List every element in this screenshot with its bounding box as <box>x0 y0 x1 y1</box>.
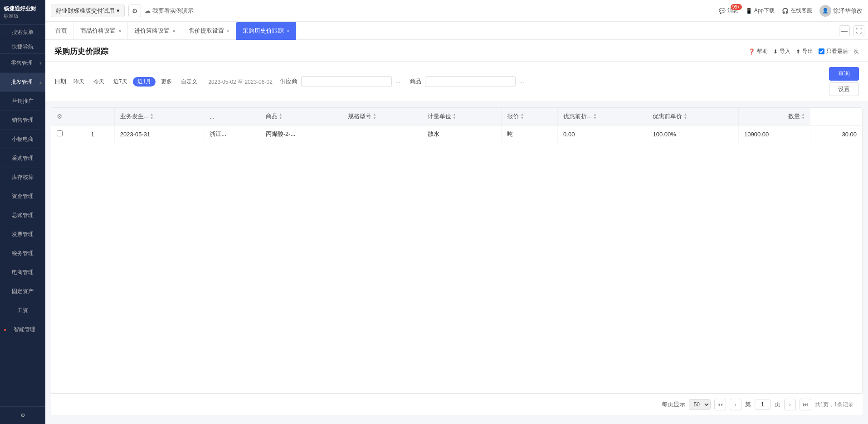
last-page-button[interactable]: ⏭ <box>800 399 811 410</box>
dot-icon: ● <box>4 327 6 332</box>
sidebar-item-ecommerce-small[interactable]: 小畅电商 <box>0 130 45 149</box>
th-quantity[interactable]: 数量 ▲▼ <box>739 108 810 125</box>
th-spec[interactable]: 规格型号 ▲▼ <box>342 108 422 125</box>
goods-more-button[interactable]: ··· <box>517 77 526 86</box>
filter-actions: 查询 设置 <box>829 67 859 96</box>
goods-input[interactable] <box>425 76 516 87</box>
date-btn-yesterday[interactable]: 昨天 <box>70 77 88 87</box>
supplier-more-button[interactable]: ··· <box>394 77 402 86</box>
th-discount-label: 优惠前折... <box>563 112 592 120</box>
online-service-label: 在线客服 <box>790 7 812 14</box>
th-date[interactable]: 业务发生... ▲▼ <box>114 108 204 125</box>
sidebar-item-finance[interactable]: 资金管理 <box>0 187 45 206</box>
th-quantity-label: 数量 <box>788 112 800 120</box>
close-icon[interactable]: × <box>118 28 121 34</box>
date-btn-7days[interactable]: 近7天 <box>110 77 131 87</box>
page-header: 采购历史价跟踪 ❓ 帮助 ⬇ 导入 ⬆ 导出 只看最后一次 <box>45 40 868 62</box>
th-unit[interactable]: 计量单位 ▲▼ <box>422 108 502 125</box>
tab-minimize-button[interactable]: — <box>839 25 850 36</box>
close-icon[interactable]: × <box>172 28 175 34</box>
mobile-icon: 📱 <box>746 8 752 14</box>
user-info[interactable]: 👤 徐泽华修改 <box>819 5 863 17</box>
supplier-input[interactable] <box>301 76 392 87</box>
goods-filter-group: 商品 ··· <box>410 76 526 87</box>
row-checkbox[interactable] <box>57 130 63 136</box>
prev-page-button[interactable]: ‹ <box>730 399 741 410</box>
close-icon[interactable]: × <box>227 28 229 34</box>
tab-home[interactable]: 首页 <box>49 22 74 40</box>
sidebar-item-tax[interactable]: 税务管理 <box>0 244 45 263</box>
demo-link[interactable]: ☁ 我要看实例演示 <box>145 7 194 15</box>
page-unit-label: 页 <box>775 400 780 409</box>
version-selector[interactable]: 好业财标准版交付试用 ▾ <box>51 5 125 17</box>
sidebar-quick-nav[interactable]: 快捷导航 <box>0 40 45 54</box>
sidebar-item-sales[interactable]: 销售管理 <box>0 111 45 130</box>
app-download-button[interactable]: 📱 App下载 <box>746 7 775 14</box>
cell-unit: 散水 <box>422 125 502 143</box>
tab-maximize-button[interactable]: ⛶ <box>853 25 864 36</box>
tab-price-label: 商品价格设置 <box>80 27 116 35</box>
online-service-button[interactable]: 🎧 在线客服 <box>782 7 812 14</box>
close-icon[interactable]: × <box>287 28 289 34</box>
th-pre-discount-price[interactable]: 优惠前单价 ▲▼ <box>647 108 739 125</box>
sidebar-item-marketing[interactable]: 营销推广 <box>0 92 45 111</box>
sidebar-search[interactable]: 搜索菜单 <box>0 25 45 40</box>
export-button[interactable]: ⬆ 导出 <box>796 48 813 55</box>
sidebar-logo: 畅捷通好业财 标准版 <box>0 0 45 25</box>
tab-price[interactable]: 商品价格设置 × <box>74 22 128 40</box>
import-button[interactable]: ⬇ 导入 <box>773 48 790 55</box>
th-gear[interactable]: ⚙ <box>51 108 85 125</box>
current-page-input[interactable] <box>755 400 771 410</box>
tab-purchase-history[interactable]: 采购历史价跟踪 × <box>236 22 296 40</box>
sidebar-item-inventory[interactable]: 库存核算 <box>0 168 45 187</box>
person-icon: 👤 <box>822 8 829 14</box>
help-button[interactable]: ❓ 帮助 <box>748 48 768 55</box>
message-button[interactable]: 💬 消息 99+ <box>719 7 738 14</box>
version-text: 好业财标准版交付试用 <box>56 7 115 15</box>
th-goods[interactable]: 商品 ▲▼ <box>260 108 342 125</box>
date-btn-1month[interactable]: 近1月 <box>133 77 156 87</box>
th-more1-label: ... <box>210 113 215 120</box>
sidebar-item-smart[interactable]: ● 智能管理 <box>0 320 45 339</box>
sidebar-item-hr[interactable]: 工资 <box>0 301 45 320</box>
date-btn-today[interactable]: 今天 <box>90 77 108 87</box>
th-more1[interactable]: ... <box>204 108 260 125</box>
topbar-settings-button[interactable]: ⚙ <box>128 5 141 17</box>
gear-icon: ⚙ <box>57 113 63 120</box>
sidebar-item-purchase[interactable]: 采购管理 <box>0 149 45 168</box>
th-goods-label: 商品 <box>266 112 278 120</box>
demo-text: 我要看实例演示 <box>152 7 194 15</box>
first-page-button[interactable]: ⏮ <box>714 399 726 410</box>
date-buttons: 昨天 今天 近7天 近1月 更多 自定义 <box>70 77 201 87</box>
sidebar-item-invoice[interactable]: 发票管理 <box>0 225 45 244</box>
total-info: 共1页，1条记录 <box>815 401 853 409</box>
tab-sale-price[interactable]: 售价提取设置 × <box>182 22 236 40</box>
user-name: 徐泽华修改 <box>833 7 863 15</box>
cell-checkbox[interactable] <box>51 125 85 143</box>
date-btn-custom[interactable]: 自定义 <box>177 77 201 87</box>
data-table: ⚙ 业务发生... ▲▼ ... <box>51 108 862 143</box>
sort-arrows-icon: ▲▼ <box>453 113 456 120</box>
sort-arrows-icon: ▲▼ <box>279 113 283 120</box>
filter-settings-button[interactable]: 设置 <box>829 82 859 96</box>
sidebar-item-ecommerce[interactable]: 电商管理 <box>0 263 45 282</box>
filter-bar: 日期 昨天 今天 近7天 近1月 更多 自定义 2023-05-02 至 202… <box>45 62 868 102</box>
sidebar-item-retail[interactable]: 零售管理 ▾ <box>0 54 45 73</box>
date-btn-more[interactable]: 更多 <box>157 77 176 87</box>
th-price[interactable]: 报价 ▲▼ <box>502 108 558 125</box>
sidebar-item-ledger[interactable]: 总账管理 <box>0 206 45 225</box>
per-page-select[interactable]: 50 <box>689 399 711 410</box>
sidebar-settings[interactable]: ⚙ <box>0 406 45 424</box>
next-page-button[interactable]: › <box>784 399 796 410</box>
tab-purchase-strategy[interactable]: 进价策略设置 × <box>128 22 182 40</box>
sidebar-item-wholesale[interactable]: 批发管理 ▴ <box>0 73 45 92</box>
gear-icon: ⚙ <box>20 412 25 419</box>
last-only-checkbox[interactable] <box>819 48 824 54</box>
topbar-right: 💬 消息 99+ 📱 App下载 🎧 在线客服 👤 徐泽华修改 <box>719 5 863 17</box>
page-actions: ❓ 帮助 ⬇ 导入 ⬆ 导出 只看最后一次 <box>748 48 859 55</box>
query-button[interactable]: 查询 <box>829 67 859 81</box>
supplier-filter-group: 供应商 ··· <box>280 76 402 87</box>
sidebar-item-assets[interactable]: 固定资产 <box>0 282 45 301</box>
data-table-wrap: ⚙ 业务发生... ▲▼ ... <box>51 107 863 394</box>
th-discount[interactable]: 优惠前折... ▲▼ <box>558 108 647 125</box>
